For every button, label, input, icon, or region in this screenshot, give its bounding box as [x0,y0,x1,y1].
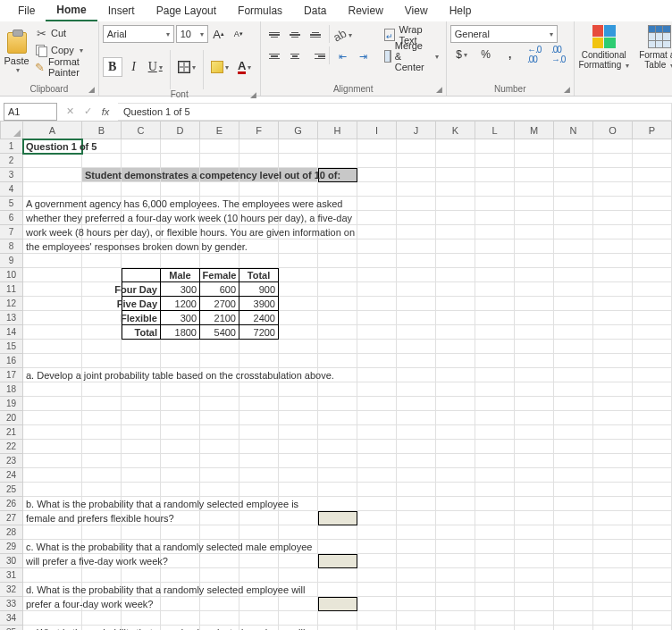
row-header[interactable]: 1 [0,139,23,154]
cell[interactable]: Total [122,325,161,340]
cell[interactable] [23,454,82,468]
cell[interactable] [515,182,554,197]
cell[interactable] [318,325,357,340]
cell[interactable] [554,297,593,311]
cell[interactable] [357,583,397,597]
cell[interactable] [318,239,357,254]
row-header[interactable]: 25 [0,483,23,497]
cell[interactable] [318,525,357,540]
row-header[interactable]: 18 [0,382,23,397]
format-as-table-button[interactable]: Format asTable ▾ [634,25,672,70]
align-center-button[interactable] [285,46,305,66]
font-name-select[interactable]: Arial▾ [103,25,174,43]
cell[interactable] [200,425,239,440]
cell[interactable] [161,340,200,354]
cell[interactable] [161,397,200,411]
cell[interactable] [436,468,475,483]
cell[interactable] [397,511,436,525]
cell[interactable] [239,254,279,268]
cell[interactable] [357,325,397,340]
cell[interactable]: d. What is the probability that a random… [23,583,82,597]
cell[interactable] [397,168,436,182]
cell[interactable] [23,154,82,168]
cell[interactable] [436,154,475,168]
cell[interactable] [357,454,397,468]
row-header[interactable]: 10 [0,268,23,282]
cell[interactable] [436,611,475,626]
cell[interactable] [554,497,593,511]
cell[interactable] [475,397,515,411]
cell[interactable] [436,497,475,511]
cell[interactable] [554,425,593,440]
cell[interactable] [633,225,672,239]
cell[interactable]: prefer a four-day work week? [23,597,82,611]
cell[interactable] [593,354,633,368]
cell[interactable] [515,268,554,282]
cell[interactable] [515,139,554,154]
cell[interactable] [122,254,161,268]
cell[interactable] [82,297,122,311]
cell[interactable] [318,311,357,325]
cell[interactable] [593,311,633,325]
cell[interactable] [554,211,593,225]
column-header[interactable]: K [436,122,475,139]
cell[interactable] [515,540,554,554]
cell[interactable] [23,354,82,368]
cell[interactable] [593,139,633,154]
cell[interactable] [554,540,593,554]
column-header[interactable]: L [475,122,515,139]
row-header[interactable]: 11 [0,282,23,297]
cell[interactable] [279,282,318,297]
cell[interactable] [436,211,475,225]
cell[interactable] [593,297,633,311]
cell[interactable]: Question 1 of 5 [23,139,82,154]
cell[interactable] [357,568,397,583]
row-header[interactable]: 7 [0,225,23,239]
cell[interactable] [515,225,554,239]
cell[interactable] [357,182,397,197]
cell[interactable]: c. What is the probability that a random… [23,540,82,554]
cell[interactable] [633,154,672,168]
cell[interactable] [397,182,436,197]
cell[interactable] [200,511,239,525]
bold-button[interactable]: B [103,57,122,77]
cell[interactable] [279,139,318,154]
cell[interactable] [633,254,672,268]
cell[interactable] [475,597,515,611]
row-header[interactable]: 8 [0,239,23,254]
cell[interactable] [436,311,475,325]
cell[interactable] [161,182,200,197]
cell[interactable] [554,139,593,154]
cell[interactable] [200,597,239,611]
cell[interactable] [436,454,475,468]
select-all-corner[interactable] [0,122,23,139]
cell[interactable] [436,382,475,397]
cell[interactable] [475,225,515,239]
accounting-format-button[interactable]: $▾ [450,45,474,64]
cell[interactable] [122,483,161,497]
cell[interactable] [475,468,515,483]
merge-center-button[interactable]: Merge & Center▾ [381,46,442,66]
cell[interactable] [475,611,515,626]
cell[interactable] [161,568,200,583]
cell[interactable] [23,468,82,483]
cell[interactable] [593,440,633,454]
cell[interactable] [279,411,318,425]
answer-input-cell[interactable] [318,554,357,568]
cell[interactable] [475,139,515,154]
cell[interactable] [436,583,475,597]
cell[interactable] [436,354,475,368]
cell[interactable] [357,139,397,154]
cell[interactable]: female and prefers flexible hours? [23,511,82,525]
cell[interactable] [318,568,357,583]
cell[interactable] [475,511,515,525]
cell[interactable] [23,568,82,583]
cell[interactable] [593,568,633,583]
column-header[interactable]: F [239,122,279,139]
cell[interactable] [593,239,633,254]
cell[interactable] [593,525,633,540]
cell[interactable] [633,497,672,511]
cell[interactable] [239,397,279,411]
cell[interactable] [633,340,672,354]
cell[interactable] [593,583,633,597]
